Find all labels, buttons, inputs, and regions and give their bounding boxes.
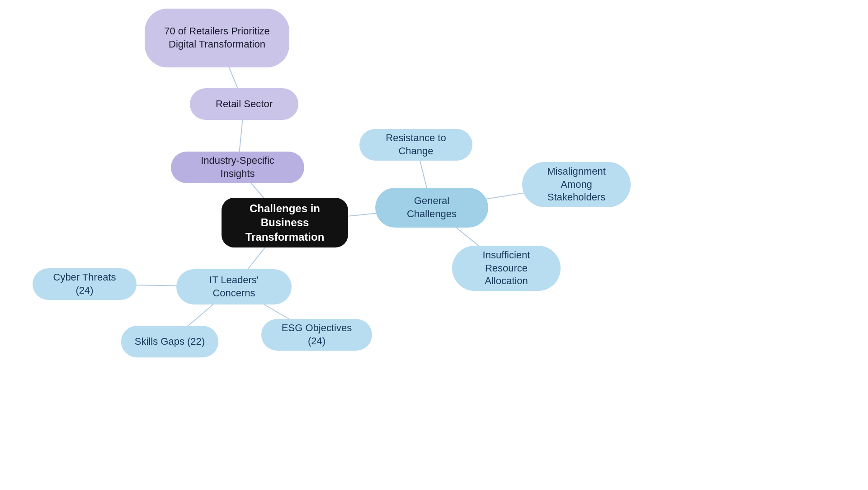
general-challenges-node[interactable]: General Challenges <box>375 188 488 228</box>
cyber-threats-node[interactable]: Cyber Threats (24) <box>33 268 137 300</box>
retail-sector-node[interactable]: Retail Sector <box>190 88 298 120</box>
center-node[interactable]: Challenges in Business Transformation <box>222 198 348 247</box>
misalignment-node[interactable]: Misalignment Among Stakeholders <box>522 162 631 207</box>
misalignment-label: Misalignment Among Stakeholders <box>535 165 618 204</box>
retail-sector-label: Retail Sector <box>216 98 273 111</box>
it-leaders-concerns-label: IT Leaders' Concerns <box>189 274 279 300</box>
cyber-threats-label: Cyber Threats (24) <box>45 271 124 297</box>
retailers-digital-node[interactable]: 70 of Retailers Prioritize Digital Trans… <box>145 9 289 67</box>
skills-gaps-label: Skills Gaps (22) <box>135 335 205 348</box>
insufficient-resource-label: Insufficient Resource Allocation <box>465 249 548 288</box>
resistance-to-change-label: Resistance to Change <box>372 132 460 157</box>
retailers-digital-label: 70 of Retailers Prioritize Digital Trans… <box>157 25 277 51</box>
it-leaders-concerns-node[interactable]: IT Leaders' Concerns <box>176 269 292 304</box>
esg-objectives-label: ESG Objectives (24) <box>274 322 359 347</box>
industry-insights-node[interactable]: Industry-Specific Insights <box>171 152 304 183</box>
esg-objectives-node[interactable]: ESG Objectives (24) <box>261 319 372 351</box>
skills-gaps-node[interactable]: Skills Gaps (22) <box>121 326 218 357</box>
resistance-to-change-node[interactable]: Resistance to Change <box>359 129 472 161</box>
industry-insights-label: Industry-Specific Insights <box>184 154 292 180</box>
center-label: Challenges in Business Transformation <box>234 201 335 244</box>
general-challenges-label: General Challenges <box>388 195 476 220</box>
insufficient-resource-node[interactable]: Insufficient Resource Allocation <box>452 246 561 291</box>
